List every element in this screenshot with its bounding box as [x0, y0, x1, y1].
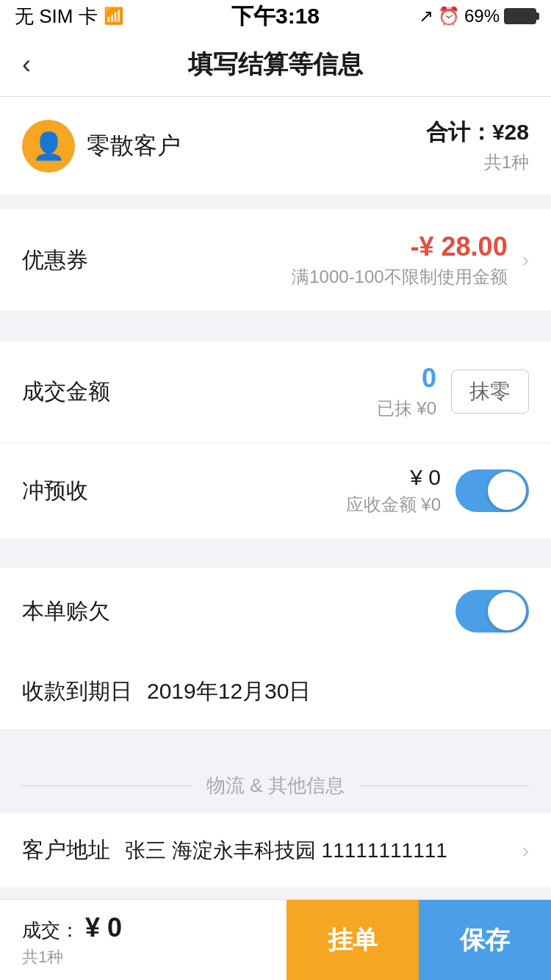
coupon-row[interactable]: 优惠券 -¥ 28.00 满1000-100不限制使用金额 › — [0, 209, 551, 311]
avatar-icon: 👤 — [32, 131, 65, 162]
bottom-summary: 成交： ¥ 0 共1种 — [0, 912, 287, 968]
debt-section: 本单赊欠 收款到期日 2019年12月30日 — [0, 568, 551, 729]
coupon-right: -¥ 28.00 满1000-100不限制使用金额 › — [292, 231, 529, 289]
coupon-section: 优惠券 -¥ 28.00 满1000-100不限制使用金额 › — [0, 209, 551, 311]
coupon-label: 优惠券 — [22, 245, 88, 275]
deal-amount-row: 成交金额 0 已抹 ¥0 抹零 — [0, 341, 551, 443]
address-label: 客户地址 — [22, 835, 110, 865]
address-chevron-icon: › — [522, 839, 529, 862]
total-amount: 合计：¥28 — [426, 118, 529, 148]
separator-line-right — [359, 785, 529, 786]
deal-amount-value-block: 0 已抹 ¥0 — [377, 363, 436, 420]
due-date-value: 2019年12月30日 — [147, 677, 311, 707]
bottom-deal-amount: ¥ 0 — [85, 912, 122, 943]
customer-name: 零散客户 — [87, 130, 181, 162]
prepayment-row: 冲预收 ¥ 0 应收金额 ¥0 — [0, 443, 551, 538]
page-title: 填写结算等信息 — [188, 48, 363, 82]
customer-left: 👤 零散客户 — [22, 120, 181, 173]
address-section: 客户地址 张三 海淀永丰科技园 11111111111 › — [0, 813, 551, 887]
debt-label: 本单赊欠 — [22, 597, 110, 627]
due-date-row: 收款到期日 2019年12月30日 — [0, 655, 551, 729]
battery-percent: 69% — [464, 6, 500, 26]
bottom-count: 共1种 — [22, 946, 264, 968]
deal-amount-right: 0 已抹 ¥0 抹零 — [377, 363, 529, 420]
toggle-knob — [488, 472, 526, 510]
coupon-desc: 满1000-100不限制使用金额 — [292, 265, 507, 289]
nav-bar: ‹ 填写结算等信息 — [0, 32, 551, 97]
prepayment-value: ¥ 0 — [346, 465, 441, 490]
alarm-icon: ⏰ — [438, 6, 460, 26]
due-date-label: 收款到期日 — [22, 677, 132, 707]
bottom-deal-label-row: 成交： ¥ 0 — [22, 912, 264, 943]
location-icon: ↗ — [419, 6, 433, 26]
debt-row: 本单赊欠 — [0, 568, 551, 655]
divider-1 — [0, 326, 551, 341]
round-off-button[interactable]: 抹零 — [451, 370, 529, 414]
wifi-icon: 📶 — [104, 7, 123, 26]
customer-right: 合计：¥28 共1种 — [426, 118, 529, 174]
hold-order-button[interactable]: 挂单 — [287, 900, 419, 981]
deal-amount-label: 成交金额 — [22, 377, 110, 407]
address-value: 张三 海淀永丰科技园 11111111111 — [125, 837, 522, 865]
coupon-value: -¥ 28.00 满1000-100不限制使用金额 — [292, 231, 507, 289]
debt-toggle-knob — [488, 592, 526, 630]
save-button[interactable]: 保存 — [419, 900, 551, 981]
divider-2 — [0, 553, 551, 568]
debt-right — [455, 590, 529, 633]
no-sim-label: 无 SIM 卡 — [15, 4, 98, 29]
prepayment-label: 冲预收 — [22, 476, 88, 506]
prepayment-toggle[interactable] — [455, 469, 529, 512]
coupon-discount: -¥ 28.00 — [292, 231, 507, 262]
status-time: 下午3:18 — [231, 1, 320, 32]
prepayment-right: ¥ 0 应收金额 ¥0 — [346, 465, 529, 516]
status-right: ↗ ⏰ 69% — [419, 6, 536, 26]
bottom-bar: 成交： ¥ 0 共1种 挂单 保存 — [0, 899, 551, 980]
prepayment-sub: 应收金额 ¥0 — [346, 493, 441, 516]
chevron-right-icon: › — [522, 248, 529, 272]
deal-amount-value: 0 — [377, 363, 436, 394]
address-row[interactable]: 客户地址 张三 海淀永丰科技园 11111111111 › — [0, 813, 551, 887]
deal-amount-sub: 已抹 ¥0 — [377, 397, 436, 420]
logistics-label: 物流 & 其他信息 — [206, 773, 345, 799]
customer-section: 👤 零散客户 合计：¥28 共1种 — [0, 97, 551, 195]
back-button[interactable]: ‹ — [22, 49, 31, 80]
deal-amount-section: 成交金额 0 已抹 ¥0 抹零 冲预收 ¥ 0 应收金额 ¥0 — [0, 341, 551, 538]
status-bar: 无 SIM 卡 📶 下午3:18 ↗ ⏰ 69% — [0, 0, 551, 32]
battery-icon — [504, 8, 536, 24]
total-count: 共1种 — [426, 151, 529, 174]
logistics-separator: 物流 & 其他信息 — [0, 758, 551, 813]
divider-3 — [0, 743, 551, 758]
avatar: 👤 — [22, 120, 75, 173]
bottom-deal-text: 成交： — [22, 918, 79, 943]
separator-line-left — [22, 785, 192, 786]
status-left: 无 SIM 卡 📶 — [15, 4, 123, 29]
prepayment-value-block: ¥ 0 应收金额 ¥0 — [346, 465, 441, 516]
debt-toggle[interactable] — [455, 590, 529, 633]
